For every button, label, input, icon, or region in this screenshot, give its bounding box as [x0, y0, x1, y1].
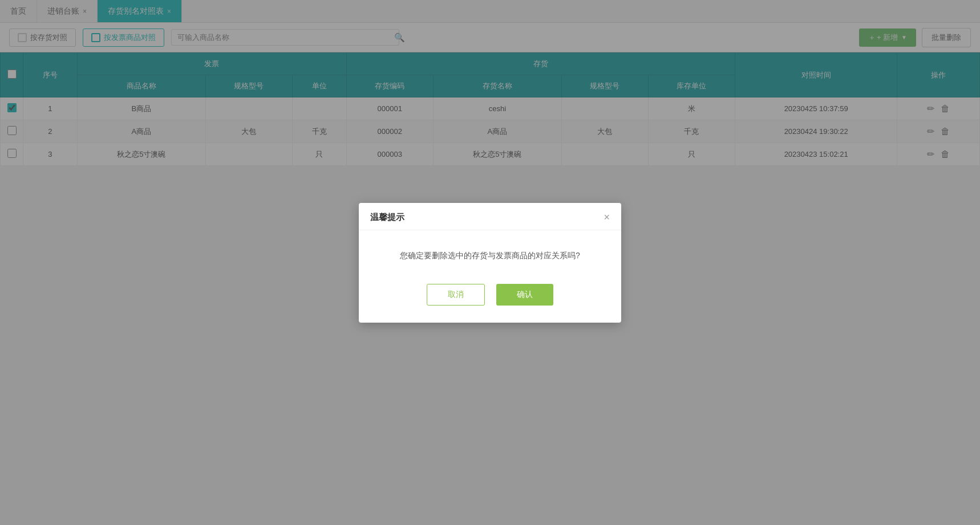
- overlay: 温馨提示 × 您确定要删除选中的存货与发票商品的对应关系吗? 取消 确认: [0, 0, 980, 166]
